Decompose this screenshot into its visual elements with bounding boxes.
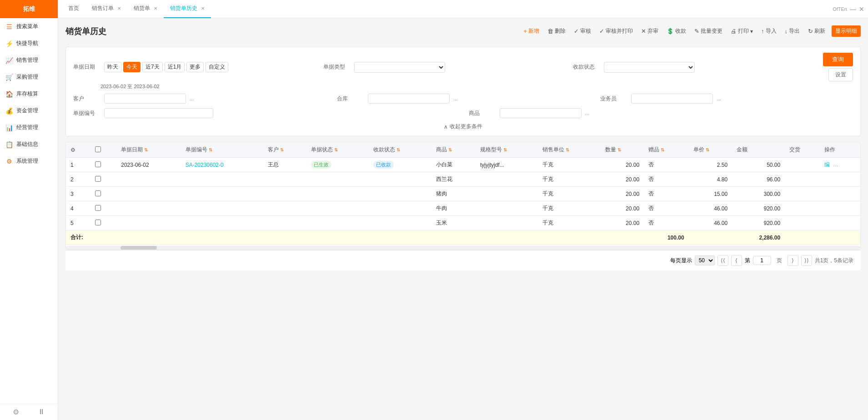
page-input[interactable] (753, 256, 771, 265)
th-checkbox[interactable] (90, 142, 116, 158)
print-button[interactable]: 🖨 打印 ▾ (729, 26, 755, 36)
tab-sales-delivery-close[interactable]: ✕ (154, 6, 157, 11)
warehouse-ellipsis[interactable]: ... (453, 95, 458, 102)
scrollbar-thumb[interactable] (120, 246, 157, 250)
payment-status-select[interactable] (604, 62, 695, 73)
row-checkbox-1[interactable] (95, 176, 101, 182)
th-spec-type[interactable]: 规格型号 ⇅ (476, 142, 538, 158)
row-checkbox-0[interactable] (95, 161, 101, 167)
print-dropdown-icon: ▾ (750, 28, 753, 35)
display-detail-button[interactable]: 显示明细 (832, 25, 861, 37)
doc-number-input[interactable] (104, 108, 213, 118)
th-doc-date[interactable]: 单据日期 ⇅ (116, 142, 181, 158)
sidebar-settings-icon[interactable]: ⚙ (13, 408, 19, 416)
filter-collapse-btn[interactable]: ∧ 收起更多条件 (73, 123, 853, 130)
select-all-checkbox[interactable] (95, 146, 101, 152)
row-edit-btn-0[interactable]: 编 (824, 161, 830, 168)
row-more-btn-0[interactable]: … (833, 161, 838, 168)
sidebar-item-purchase-mgmt[interactable]: 🛒 采购管理 (0, 69, 58, 85)
th-gift[interactable]: 赠品 ⇅ (644, 142, 689, 158)
date-last7days-btn[interactable]: 近7天 (142, 62, 163, 72)
product-ellipsis[interactable]: ... (585, 110, 590, 116)
row-doc-number-4[interactable] (181, 216, 263, 230)
doc-type-select[interactable] (354, 62, 445, 73)
sidebar-item-sys-mgmt[interactable]: ⚙ 系统管理 (0, 153, 58, 170)
salesperson-ellipsis[interactable]: ... (717, 95, 721, 102)
page-size-select[interactable]: 50 (695, 255, 715, 265)
first-page-btn[interactable]: ⟨⟨ (717, 255, 728, 266)
row-customer-2 (263, 187, 307, 201)
export-button[interactable]: ↓ 导出 (783, 26, 802, 36)
horizontal-scrollbar[interactable] (66, 246, 860, 250)
next-page-btn[interactable]: ⟩ (788, 255, 798, 266)
audit-button[interactable]: ✓ 审核 (572, 26, 593, 36)
prev-page-btn[interactable]: ⟨ (731, 255, 742, 266)
row-checkbox-2[interactable] (95, 190, 101, 196)
date-today-btn[interactable]: 今天 (123, 62, 140, 72)
row-unit-price-4: 46.00 (689, 216, 733, 230)
th-product[interactable]: 商品 ⇅ (431, 142, 476, 158)
th-gear[interactable]: ⚙ (66, 142, 90, 158)
th-unit-price[interactable]: 单价 ⇅ (689, 142, 733, 158)
sidebar-item-sales-mgmt[interactable]: 📈 销售管理 (0, 52, 58, 69)
collect-button[interactable]: 💲 收款 (665, 26, 688, 36)
date-filter-group: 单据日期 昨天 今天 近7天 近1月 更多 自定义 (73, 62, 312, 72)
row-doc-number-1[interactable] (181, 172, 263, 187)
setting-button[interactable]: 设置 (828, 68, 853, 81)
abandon-button[interactable]: ✕ 弃审 (639, 26, 660, 36)
new-button[interactable]: + 新增 (522, 26, 541, 36)
last-page-btn[interactable]: ⟩⟩ (801, 255, 812, 266)
product-input[interactable] (500, 108, 582, 118)
th-customer[interactable]: 客户 ⇅ (263, 142, 307, 158)
row-checkbox-3[interactable] (95, 205, 101, 211)
th-quantity[interactable]: 数量 ⇅ (601, 142, 644, 158)
th-sales-unit[interactable]: 销售单位 ⇅ (538, 142, 600, 158)
batch-change-button[interactable]: ✎ 批量变更 (692, 26, 724, 36)
th-payment-status[interactable]: 收款状态 ⇅ (369, 142, 431, 158)
th-doc-status[interactable]: 单据状态 ⇅ (306, 142, 369, 158)
sidebar-collapse-icon[interactable]: ⏸ (38, 408, 45, 416)
row-product-0: 小白菜 (431, 158, 476, 172)
refresh-button[interactable]: ↻ 刷新 (806, 26, 827, 36)
window-minimize-btn[interactable]: — (850, 5, 856, 13)
row-doc-number-0[interactable]: SA-20230602-0 (181, 158, 263, 172)
finance-mgmt-icon: 💰 (5, 107, 13, 115)
import-button[interactable]: ↑ 导入 (759, 26, 778, 36)
tab-sales-history-close[interactable]: ✕ (201, 6, 205, 11)
sales-mgmt-icon: 📈 (5, 57, 13, 64)
sidebar-item-quick-nav[interactable]: ⚡ 快捷导航 (0, 35, 58, 52)
customer-ellipsis[interactable]: ... (190, 95, 194, 102)
customer-input[interactable] (104, 94, 186, 104)
tab-home[interactable]: 首页 (62, 0, 85, 18)
window-close-btn[interactable]: ✕ (859, 5, 864, 13)
page-title: 销货单历史 (65, 26, 106, 37)
date-yesterday-btn[interactable]: 昨天 (104, 62, 121, 72)
tab-sales-delivery[interactable]: 销货单 ✕ (127, 0, 164, 18)
query-button[interactable]: 查询 (823, 53, 853, 66)
audit-print-button[interactable]: ✓ 审核并打印 (597, 26, 635, 36)
sidebar-item-basic-info[interactable]: 📋 基础信息 (0, 136, 58, 153)
delete-button[interactable]: 🗑 删除 (546, 26, 567, 36)
date-last1month-btn[interactable]: 近1月 (165, 62, 185, 72)
delete-icon: 🗑 (547, 28, 553, 35)
sidebar-item-search-menu[interactable]: ☰ 搜索菜单 (0, 18, 58, 35)
date-more-btn[interactable]: 更多 (186, 62, 204, 72)
tab-sales-history[interactable]: 销货单历史 ✕ (164, 0, 211, 18)
row-doc-number-2[interactable] (181, 187, 263, 201)
doc-number-sort-icon: ⇅ (209, 147, 212, 152)
salesperson-input[interactable] (631, 94, 713, 104)
row-quantity-3: 20.00 (601, 201, 644, 216)
th-doc-number[interactable]: 单据编号 ⇅ (181, 142, 263, 158)
warehouse-input[interactable] (368, 94, 450, 104)
row-action-2 (820, 187, 860, 201)
row-doc-number-3[interactable] (181, 201, 263, 216)
tab-sales-order-close[interactable]: ✕ (117, 6, 121, 11)
row-checkbox-4[interactable] (95, 220, 101, 225)
date-custom-btn[interactable]: 自定义 (206, 62, 228, 72)
sidebar-item-operations-mgmt[interactable]: 📊 经营管理 (0, 119, 58, 136)
collapse-label: 收起更多条件 (450, 123, 482, 130)
tab-sales-order[interactable]: 销售订单 ✕ (85, 0, 127, 18)
sidebar-bottom: ⚙ ⏸ (0, 404, 58, 420)
sidebar-item-inventory[interactable]: 🏠 库存核算 (0, 85, 58, 102)
sidebar-item-finance-mgmt[interactable]: 💰 资金管理 (0, 102, 58, 119)
